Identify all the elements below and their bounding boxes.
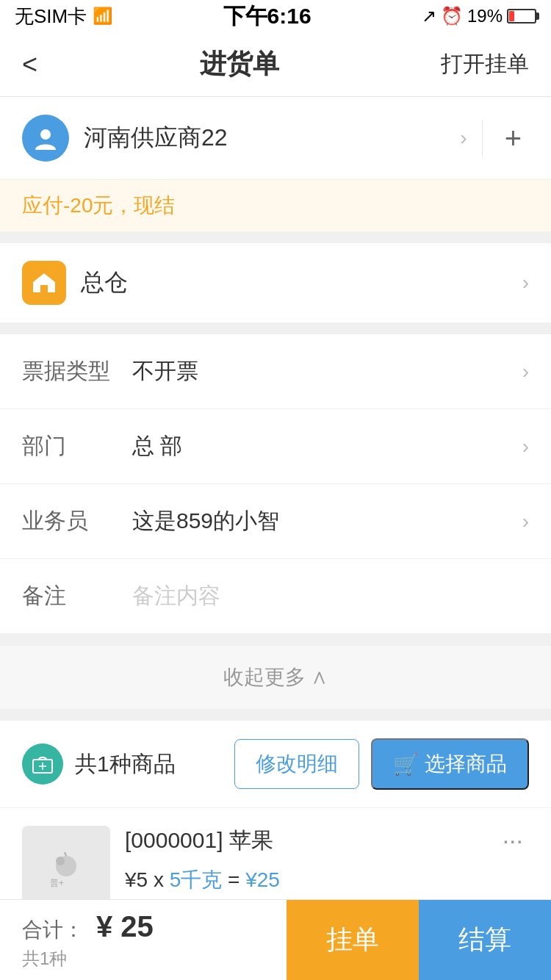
warehouse-name: 总仓 (81, 267, 522, 299)
svg-text:普+: 普+ (50, 878, 64, 888)
wifi-icon: 📶 (93, 7, 112, 26)
select-product-label: 选择商品 (425, 750, 507, 778)
department-label: 部门 (22, 431, 125, 461)
remark-input[interactable]: 备注内容 (125, 581, 529, 611)
total-count: 共1种 (22, 947, 264, 970)
back-button[interactable]: < (22, 49, 37, 80)
svg-rect-1 (40, 285, 48, 292)
svg-point-0 (40, 129, 51, 140)
footer-total: 合计： ¥ 25 共1种 (0, 910, 287, 970)
collapse-toggle[interactable]: 收起更多 ∧ (0, 646, 551, 709)
price-multiply: x (154, 868, 170, 891)
product-total: ¥25 (245, 868, 280, 891)
footer: 合计： ¥ 25 共1种 挂单 结算 (0, 899, 551, 980)
salesperson-chevron-icon: › (522, 510, 529, 533)
salesperson-row[interactable]: 业务员 这是859的小智 › (0, 484, 551, 559)
status-bar: 无SIM卡 📶 下午6:16 ↗ ⏰ 19% (0, 0, 551, 32)
invoice-type-label: 票据类型 (22, 356, 125, 386)
salesperson-label: 业务员 (22, 506, 125, 536)
supplier-avatar (22, 115, 69, 162)
supplier-chevron-icon: › (460, 126, 467, 150)
warehouse-icon (22, 261, 66, 305)
department-value: 总 部 (125, 431, 522, 461)
warehouse-chevron-icon: › (522, 271, 529, 295)
product-quantity: 5千克 (170, 868, 223, 891)
add-supplier-button[interactable]: + (497, 122, 529, 155)
location-icon: ↗ (422, 6, 436, 26)
carrier-text: 无SIM卡 (15, 4, 87, 29)
total-label: 合计： (22, 918, 84, 941)
salesperson-value: 这是859的小智 (125, 506, 522, 536)
status-time: 下午6:16 (223, 1, 311, 32)
product-info: [0000001] 苹果 ¥5 x 5千克 = ¥25 (125, 826, 497, 894)
form-card: 票据类型 不开票 › 部门 总 部 › 业务员 这是859的小智 › 备注 备注… (0, 334, 551, 634)
open-hang-button[interactable]: 打开挂单 (441, 49, 529, 79)
supplier-notice: 应付-20元，现结 (0, 180, 551, 231)
select-product-button[interactable]: 🛒 选择商品 (371, 738, 529, 790)
main-content: 河南供应商22 › + 应付-20元，现结 总仓 › 票据类型 不开票 › (0, 97, 551, 980)
department-row[interactable]: 部门 总 部 › (0, 409, 551, 484)
product-more-button[interactable]: ··· (497, 826, 529, 854)
alarm-icon: ⏰ (441, 6, 463, 26)
status-right: ↗ ⏰ 19% (422, 6, 536, 26)
remark-label: 备注 (22, 581, 125, 611)
hang-button[interactable]: 挂单 (287, 900, 419, 981)
battery-icon (507, 9, 536, 24)
invoice-type-row[interactable]: 票据类型 不开票 › (0, 334, 551, 409)
battery-percentage: 19% (467, 6, 503, 26)
svg-point-6 (56, 857, 65, 865)
unit-price: ¥5 (125, 868, 148, 891)
department-chevron-icon: › (522, 435, 529, 458)
checkout-button[interactable]: 结算 (419, 900, 551, 981)
product-title: 苹果 (229, 828, 273, 852)
invoice-chevron-icon: › (522, 360, 529, 383)
product-icon (22, 743, 63, 785)
nav-bar: < 进货单 打开挂单 (0, 32, 551, 97)
product-name: [0000001] 苹果 (125, 826, 497, 856)
product-header: 共1种商品 修改明细 🛒 选择商品 (0, 721, 551, 808)
invoice-type-value: 不开票 (125, 356, 522, 386)
supplier-card: 河南供应商22 › + 应付-20元，现结 (0, 97, 551, 231)
status-left: 无SIM卡 📶 (15, 4, 112, 29)
warehouse-row[interactable]: 总仓 › (0, 243, 551, 323)
product-count: 共1种商品 (75, 749, 234, 779)
page-title: 进货单 (200, 46, 279, 82)
warehouse-card[interactable]: 总仓 › (0, 243, 551, 323)
edit-detail-button[interactable]: 修改明细 (234, 739, 359, 789)
supplier-row[interactable]: 河南供应商22 › + (0, 97, 551, 180)
total-amount: ¥ 25 (96, 910, 154, 943)
product-code: [0000001] (125, 828, 223, 852)
supplier-divider (482, 120, 483, 156)
cart-icon: 🛒 (393, 752, 419, 777)
supplier-name: 河南供应商22 (84, 122, 460, 154)
price-equals: = (228, 868, 245, 891)
product-price: ¥5 x 5千克 = ¥25 (125, 866, 497, 894)
remark-row[interactable]: 备注 备注内容 (0, 559, 551, 634)
svg-line-7 (65, 852, 66, 856)
